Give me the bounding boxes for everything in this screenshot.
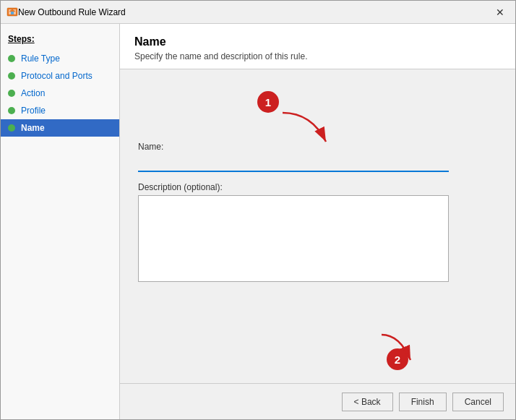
title-bar-text: New Outbound Rule Wizard [18,7,491,17]
step-label-protocol-ports: Protocol and Ports [21,71,93,81]
annotation-2-text: 2 [395,353,400,366]
annotation-bubble-1: 1 [257,91,279,113]
panel-subtitle: Specify the name and description of this… [134,51,501,61]
close-button[interactable]: ✕ [491,5,509,20]
svg-rect-2 [11,12,14,14]
name-label: Name: [138,142,497,152]
step-dot-name [8,124,15,132]
step-dot-rule-type [8,55,15,62]
step-label-rule-type: Rule Type [21,53,60,64]
step-dot-protocol-ports [8,72,15,80]
step-dot-action [8,90,15,97]
step-dot-profile [8,107,15,114]
description-field-group: Description (optional): [138,182,497,284]
title-bar: New Outbound Rule Wizard ✕ [1,1,515,24]
right-panel: Name Specify the name and description of… [120,24,515,419]
steps-header: Steps: [1,31,119,50]
panel-title: Name [134,35,501,48]
back-button[interactable]: < Back [342,393,393,411]
cancel-button[interactable]: Cancel [452,393,504,411]
panel-body: 1 Name: Des [120,69,515,383]
description-label: Description (optional): [138,182,497,192]
annotation-bubble-2: 2 [387,348,408,370]
sidebar-item-profile[interactable]: Profile [1,102,119,119]
name-field-group: Name: [138,142,497,172]
step-label-profile: Profile [21,106,46,116]
annotation-1-text: 1 [265,96,271,108]
step-label-action: Action [21,88,45,98]
wizard-window: New Outbound Rule Wizard ✕ Steps: Rule T… [0,0,516,420]
wizard-icon [7,7,18,18]
description-input[interactable] [138,195,449,282]
sidebar-item-action[interactable]: Action [1,85,119,102]
steps-panel: Steps: Rule Type Protocol and Ports Acti… [1,24,120,419]
sidebar-item-rule-type[interactable]: Rule Type [1,50,119,67]
step-label-name: Name [21,123,45,133]
name-input[interactable] [138,155,449,172]
sidebar-item-protocol-ports[interactable]: Protocol and Ports [1,67,119,85]
panel-header: Name Specify the name and description of… [120,24,515,69]
sidebar-item-name[interactable]: Name [1,119,119,137]
content-area: Steps: Rule Type Protocol and Ports Acti… [1,24,515,419]
finish-button[interactable]: Finish [399,393,447,411]
footer: 2 < Back Finish Cancel [120,383,515,419]
